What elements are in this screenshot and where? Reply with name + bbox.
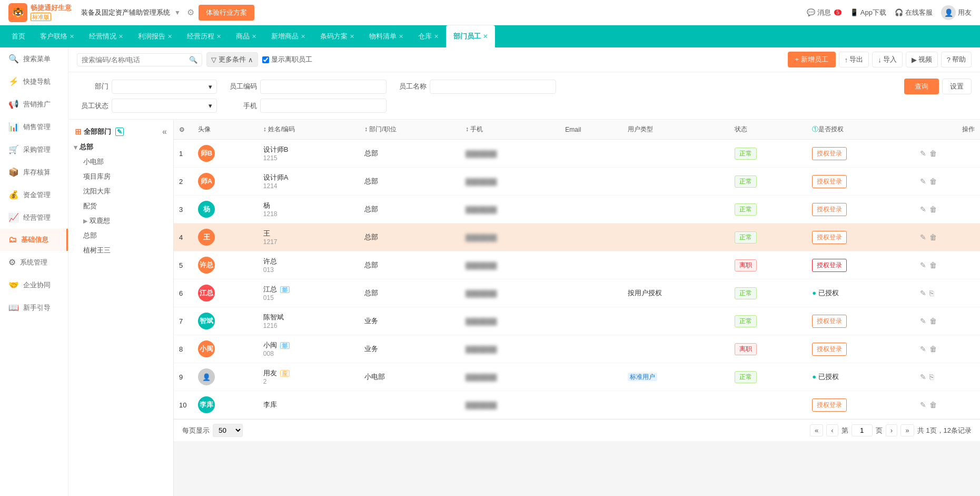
sidebar-item-sales[interactable]: 📊 销售管理 bbox=[0, 115, 68, 138]
tree-node-shenyang[interactable]: 沈阳大库 bbox=[68, 184, 173, 199]
col-dept[interactable]: ↕ 部门/职位 bbox=[359, 120, 460, 140]
sidebar-item-shortcut[interactable]: ⚡ 快捷导航 bbox=[0, 70, 68, 93]
tree-node-zhishu[interactable]: 植树王三 bbox=[68, 243, 173, 258]
sidebar-item-purchase[interactable]: 🛒 采购管理 bbox=[0, 138, 68, 161]
tab-warehouse-close-icon[interactable]: ✕ bbox=[434, 33, 439, 40]
tab-bom[interactable]: 物料清单 ✕ bbox=[362, 25, 411, 47]
phone-input[interactable] bbox=[260, 99, 387, 113]
tab-goods-close-icon[interactable]: ✕ bbox=[252, 33, 256, 40]
sidebar-item-collab[interactable]: 🤝 企业协同 bbox=[0, 274, 68, 296]
tab-profit-close-icon[interactable]: ✕ bbox=[167, 33, 172, 40]
emp-status-select[interactable]: ▾ bbox=[112, 99, 217, 113]
edit-icon-8[interactable]: ✎ bbox=[920, 345, 926, 353]
tree-collapse-icon[interactable]: « bbox=[162, 127, 167, 137]
dept-select[interactable]: ▾ bbox=[112, 80, 217, 94]
search-button[interactable]: 查询 bbox=[904, 79, 939, 94]
auth-btn-4[interactable]: 授权登录 bbox=[812, 231, 847, 244]
show-resigned-check[interactable] bbox=[262, 56, 269, 63]
tab-goods[interactable]: 商品 ✕ bbox=[229, 25, 264, 47]
edit-icon-1[interactable]: ✎ bbox=[920, 149, 926, 158]
tree-node-peihuo[interactable]: 配货 bbox=[68, 199, 173, 213]
tab-department[interactable]: 部门员工 ✕ bbox=[446, 25, 495, 47]
edit-icon-5[interactable]: ✎ bbox=[920, 261, 926, 269]
delete-icon-7[interactable]: 🗑 bbox=[929, 317, 937, 325]
tree-node-shuanglu[interactable]: ▶ 双鹿想 bbox=[68, 213, 173, 228]
search-input[interactable] bbox=[82, 56, 187, 64]
auth-btn-2[interactable]: 授权登录 bbox=[812, 175, 847, 188]
add-employee-button[interactable]: + 新增员工 bbox=[788, 52, 836, 67]
sidebar-item-finance[interactable]: 💰 资金管理 bbox=[0, 183, 68, 206]
auth-btn-7[interactable]: 授权登录 bbox=[812, 315, 847, 328]
sidebar-item-basic-info[interactable]: 🗂 基础信息 bbox=[0, 229, 68, 251]
sidebar-item-system[interactable]: ⚙ 系统管理 bbox=[0, 251, 68, 274]
copy-icon-6[interactable]: ⎘ bbox=[929, 289, 934, 297]
tab-history[interactable]: 经营历程 ✕ bbox=[180, 25, 229, 47]
auth-btn-5[interactable]: 授权登录 bbox=[812, 259, 847, 272]
delete-icon-5[interactable]: 🗑 bbox=[929, 261, 937, 269]
sidebar-item-inventory[interactable]: 📦 库存核算 bbox=[0, 161, 68, 183]
tree-node-xiaodian[interactable]: 小电部 bbox=[68, 154, 173, 169]
tree-node-zongbu[interactable]: 总部 bbox=[68, 228, 173, 243]
tab-new-goods-close-icon[interactable]: ✕ bbox=[301, 33, 305, 40]
edit-icon-10[interactable]: ✎ bbox=[920, 401, 926, 409]
page-size-select[interactable]: 50 100 bbox=[213, 424, 243, 437]
edit-icon-2[interactable]: ✎ bbox=[920, 177, 926, 186]
settings-button[interactable]: 设置 bbox=[942, 79, 972, 94]
auth-btn-10[interactable]: 授权登录 bbox=[812, 398, 847, 412]
export-button[interactable]: ↑ 导出 bbox=[839, 52, 869, 67]
tab-business-close-icon[interactable]: ✕ bbox=[118, 33, 123, 40]
dropdown-arrow-icon[interactable]: ▼ bbox=[174, 9, 181, 16]
sidebar-item-operations[interactable]: 📈 经营管理 bbox=[0, 206, 68, 229]
last-page-button[interactable]: » bbox=[900, 424, 914, 436]
first-page-button[interactable]: « bbox=[810, 424, 823, 436]
gear-icon[interactable]: ⚙ bbox=[187, 7, 194, 17]
emp-name-input[interactable] bbox=[430, 80, 556, 94]
sidebar-item-search[interactable]: 🔍 搜索菜单 bbox=[0, 47, 68, 70]
tab-profit[interactable]: 利润报告 ✕ bbox=[131, 25, 180, 47]
help-button[interactable]: ? 帮助 bbox=[941, 52, 972, 67]
copy-icon-9[interactable]: ⎘ bbox=[929, 373, 934, 381]
tree-edit-icon[interactable]: ✎ bbox=[115, 128, 124, 136]
trial-button[interactable]: 体验行业方案 bbox=[199, 5, 254, 21]
delete-icon-4[interactable]: 🗑 bbox=[929, 233, 937, 241]
tab-customer[interactable]: 客户联络 ✕ bbox=[33, 25, 82, 47]
tab-bom-close-icon[interactable]: ✕ bbox=[399, 33, 403, 40]
delete-icon-3[interactable]: 🗑 bbox=[929, 205, 937, 213]
edit-icon-6[interactable]: ✎ bbox=[920, 289, 926, 297]
col-name[interactable]: ↕ 姓名/编码 bbox=[258, 120, 359, 140]
edit-icon-9[interactable]: ✎ bbox=[920, 373, 926, 381]
delete-icon-2[interactable]: 🗑 bbox=[929, 177, 937, 186]
import-button[interactable]: ↓ 导入 bbox=[872, 52, 903, 67]
app-download-item[interactable]: 📱 App下载 bbox=[850, 8, 886, 17]
prev-page-button[interactable]: ‹ bbox=[826, 424, 838, 436]
edit-icon-4[interactable]: ✎ bbox=[920, 233, 926, 241]
edit-icon-7[interactable]: ✎ bbox=[920, 317, 926, 325]
edit-icon-3[interactable]: ✎ bbox=[920, 205, 926, 213]
auth-btn-3[interactable]: 授权登录 bbox=[812, 203, 847, 216]
view-button[interactable]: ▶ 视频 bbox=[906, 52, 938, 67]
tab-business[interactable]: 经营情况 ✕ bbox=[82, 25, 131, 47]
tree-node-zongbu-group[interactable]: ▾ 总部 bbox=[68, 140, 173, 154]
next-page-button[interactable]: › bbox=[886, 424, 897, 436]
delete-icon-8[interactable]: 🗑 bbox=[929, 345, 937, 353]
tab-customer-close-icon[interactable]: ✕ bbox=[70, 33, 74, 40]
message-item[interactable]: 💬 消息 5 bbox=[807, 8, 842, 17]
delete-icon-1[interactable]: 🗑 bbox=[929, 149, 937, 158]
user-item[interactable]: 👤 用友 bbox=[941, 5, 972, 20]
tree-node-project[interactable]: 项目库房 bbox=[68, 169, 173, 184]
search-icon[interactable]: 🔍 bbox=[189, 56, 197, 64]
col-settings-icon[interactable]: ⚙ bbox=[174, 120, 193, 140]
show-resigned-checkbox[interactable]: 显示离职员工 bbox=[262, 55, 312, 64]
delete-icon-10[interactable]: 🗑 bbox=[929, 401, 937, 409]
auth-btn-8[interactable]: 授权登录 bbox=[812, 343, 847, 356]
auth-btn-1[interactable]: 授权登录 bbox=[812, 147, 847, 160]
col-phone[interactable]: ↕ 手机 bbox=[460, 120, 560, 140]
sidebar-item-guide[interactable]: 📖 新手引导 bbox=[0, 296, 68, 319]
online-service-item[interactable]: 🎧 在线客服 bbox=[895, 8, 933, 17]
more-filter-button[interactable]: ▽ 更多条件 ∧ bbox=[206, 52, 258, 67]
tab-warehouse[interactable]: 仓库 ✕ bbox=[411, 25, 446, 47]
emp-code-input[interactable] bbox=[260, 80, 387, 94]
tab-history-close-icon[interactable]: ✕ bbox=[216, 33, 221, 40]
tab-barcode-close-icon[interactable]: ✕ bbox=[350, 33, 354, 40]
tab-department-close-icon[interactable]: ✕ bbox=[483, 33, 488, 40]
